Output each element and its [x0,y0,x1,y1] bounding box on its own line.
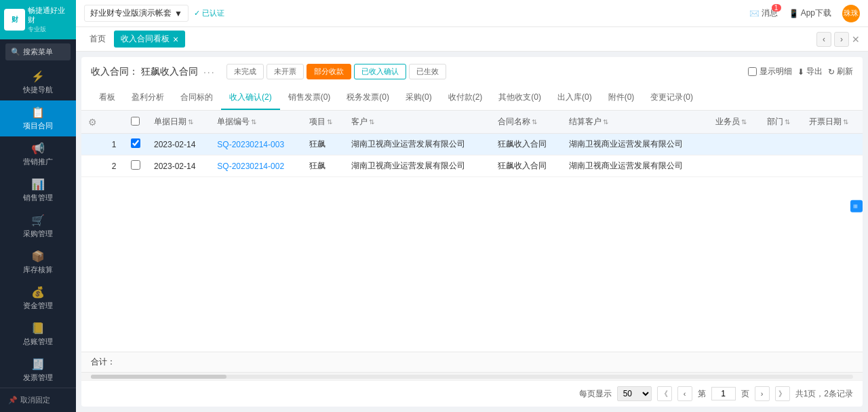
sidebar-item-project-contract[interactable]: 📋 项目合同 [0,100,76,136]
row-num-1: 2 [104,155,124,177]
sort-billing-icon[interactable]: ⇅ [603,118,608,126]
funds-icon: 💰 [31,286,45,299]
row-department-0 [760,134,802,155]
tab-close-button[interactable]: ✕ [852,34,860,45]
show-details-input[interactable] [748,67,757,76]
row-number-link-0[interactable]: SQ-20230214-003 [217,140,284,149]
row-checkbox-cell-1 [124,155,147,177]
sub-tab-kanban[interactable]: 看板 [91,86,123,110]
sub-tab-purchase[interactable]: 采购(0) [397,86,440,110]
side-note-panel[interactable]: ≡ [850,200,863,212]
last-page-button[interactable]: 》 [775,386,790,401]
table-row[interactable]: 2 2023-02-14 SQ-20230214-002 狂飙 湖南卫视商业运营… [81,155,863,177]
tab-prev-button[interactable]: ‹ [816,32,831,47]
certified-badge: ✓ 已认证 [194,8,224,18]
next-page-button[interactable]: › [755,386,770,401]
col-checkbox [124,111,147,134]
more-options-button[interactable]: ··· [203,67,216,77]
topbar: 好业财专业版演示帐套 ▼ ✓ 已认证 ✉️ 消息 1 📱 App下载 珠珠 [76,0,868,27]
sort-date-icon[interactable]: ⇅ [188,118,193,126]
company-name: 好业财专业版演示帐套 [90,7,172,19]
table-row[interactable]: 1 2023-02-14 SQ-20230214-003 狂飙 湖南卫视商业运营… [81,134,863,155]
sub-tab-revenue-confirm[interactable]: 收入确认(2) [221,86,280,110]
row-number-link-1[interactable]: SQ-20230214-002 [217,162,284,171]
search-menu-button[interactable]: 🔍 搜索菜单 [5,43,71,60]
tab-close-icon[interactable]: × [173,35,178,44]
row-checkbox-cell-0 [124,134,147,155]
app-logo: 财 畅捷通好业财 专业版 [0,0,76,39]
row-department-1 [760,155,802,177]
sub-tab-target[interactable]: 合同标的 [172,86,221,110]
cancel-pin-button[interactable]: 📌 取消固定 [5,392,71,408]
sort-contract-name-icon[interactable]: ⇅ [532,118,537,126]
sort-salesperson-icon[interactable]: ⇅ [741,118,747,126]
sort-number-icon[interactable]: ⇅ [251,118,256,126]
per-page-select[interactable]: 50 20 100 [617,386,652,401]
topbar-right: ✉️ 消息 1 📱 App下载 珠珠 [749,5,860,22]
sidebar-search-area: 🔍 搜索菜单 [0,39,76,64]
sort-customer-icon[interactable]: ⇅ [369,118,374,126]
data-table: ⚙ 单据日期⇅ 单据编号⇅ 项目⇅ [81,111,863,177]
settings-icon[interactable]: ⚙ [88,117,97,128]
chevron-down-icon: ▼ [174,9,182,18]
col-number: 单据编号⇅ [210,111,302,134]
col-project: 项目⇅ [302,111,344,134]
sidebar-item-funds[interactable]: 💰 资金管理 [0,280,76,316]
sub-tab-changes[interactable]: 变更记录(0) [642,86,701,110]
status-incomplete-button[interactable]: 未完成 [226,64,264,79]
show-details-checkbox[interactable]: 显示明细 [748,66,792,77]
export-button[interactable]: ⬇ 导出 [797,66,823,77]
status-buttons: 未完成 未开票 部分收款 已收入确认 已生效 [226,64,446,79]
sidebar-item-invoice[interactable]: 🧾 发票管理 [0,352,76,388]
refresh-icon: ↻ [828,67,835,77]
message-button[interactable]: ✉️ 消息 1 [749,7,778,19]
row-billing-customer-1: 湖南卫视商业运营发展有限公司 [562,155,709,177]
row-num-0: 1 [104,134,124,155]
marketing-icon: 📢 [31,142,45,155]
sort-project-icon[interactable]: ⇅ [327,118,332,126]
user-avatar-button[interactable]: 珠珠 [842,5,860,22]
scrollbar-thumb[interactable] [91,375,226,379]
sub-tab-profit[interactable]: 盈利分析 [123,86,172,110]
per-page-label: 每页显示 [579,388,612,400]
sidebar: 财 畅捷通好业财 专业版 🔍 搜索菜单 ⚡ 快捷导航 📋 项目合同 📢 营销推广… [0,0,76,412]
status-partial-button[interactable]: 部分收款 [307,64,351,79]
sort-invoice-date-icon[interactable]: ⇅ [843,118,848,126]
tabbar: 首页 收入合同看板 × ‹ › ✕ [76,27,868,52]
first-page-button[interactable]: 《 [657,386,672,401]
sub-tab-sales-invoice[interactable]: 销售发票(0) [280,86,339,110]
refresh-button[interactable]: ↻ 刷新 [828,66,853,77]
main-area: 好业财专业版演示帐套 ▼ ✓ 已认证 ✉️ 消息 1 📱 App下载 珠珠 [76,0,868,412]
purchase-icon: 🛒 [31,214,45,227]
col-invoice-date: 开票日期⇅ [802,111,863,134]
home-tab[interactable]: 首页 [84,31,111,48]
sub-tab-other[interactable]: 其他收支(0) [490,86,549,110]
status-effective-button[interactable]: 已生效 [409,64,446,79]
sort-department-icon[interactable]: ⇅ [785,118,790,126]
page-number-input[interactable] [711,387,736,400]
sidebar-item-marketing[interactable]: 📢 营销推广 [0,136,76,172]
col-num [104,111,124,134]
sidebar-item-purchase[interactable]: 🛒 采购管理 [0,208,76,244]
sidebar-item-quick-nav[interactable]: ⚡ 快捷导航 [0,64,76,100]
sidebar-item-sales[interactable]: 📊 销售管理 [0,172,76,208]
tab-next-button[interactable]: › [834,32,849,47]
sidebar-item-accounting[interactable]: 📒 总账管理 [0,316,76,352]
current-tab[interactable]: 收入合同看板 × [114,31,185,48]
company-selector[interactable]: 好业财专业版演示帐套 ▼ [84,5,189,22]
prev-page-button[interactable]: ‹ [677,386,692,401]
sub-tab-warehouse[interactable]: 出入库(0) [549,86,600,110]
sub-tab-attachments[interactable]: 附件(0) [600,86,643,110]
sidebar-item-inventory[interactable]: 📦 库存核算 [0,244,76,280]
row-customer-1: 湖南卫视商业运营发展有限公司 [344,155,491,177]
row-checkbox-1[interactable] [131,160,140,170]
app-download-button[interactable]: 📱 App下载 [789,7,831,19]
select-all-checkbox[interactable] [131,117,140,126]
status-no-invoice-button[interactable]: 未开票 [267,64,304,79]
sub-tab-payment[interactable]: 收付款(2) [440,86,491,110]
row-checkbox-0[interactable] [131,138,140,148]
col-salesperson: 业务员⇅ [709,111,760,134]
horizontal-scrollbar[interactable] [81,372,863,380]
sub-tab-tax-invoice[interactable]: 税务发票(0) [338,86,397,110]
status-confirmed-button[interactable]: 已收入确认 [354,64,406,79]
